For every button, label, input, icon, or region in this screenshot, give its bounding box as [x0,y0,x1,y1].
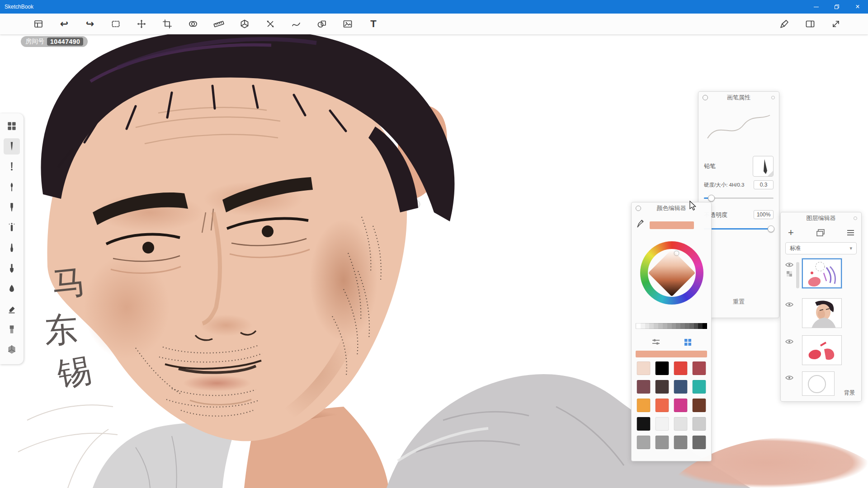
layer-row-sketch[interactable] [783,258,859,296]
tool-copic-library[interactable] [4,321,20,338]
layer-panel-header[interactable]: 图层编辑器 [781,212,861,224]
palette-swatch[interactable] [656,399,669,412]
palette-tab-icon[interactable] [684,338,692,346]
size-slider[interactable] [704,197,774,199]
tool-pencil[interactable] [4,138,20,155]
transform-button[interactable] [134,16,149,32]
opacity-slider-knob[interactable] [768,225,774,232]
visibility-eye-icon[interactable] [785,302,793,307]
perspective-button[interactable] [237,16,252,32]
palette-swatch[interactable] [693,380,706,394]
palette-swatch[interactable] [693,361,706,375]
grayscale-swatch[interactable] [645,323,650,329]
tool-paintbrush[interactable] [4,240,20,256]
visibility-eye-icon[interactable] [785,375,793,380]
reset-button[interactable]: 重置 [726,296,751,308]
add-layer-button[interactable]: + [788,228,794,238]
layer-row-background[interactable]: 背景 [783,371,859,399]
titlebar[interactable]: SketchBook × [0,0,868,14]
palette-swatch[interactable] [656,361,669,375]
grayscale-swatch[interactable] [694,323,698,329]
tool-brush-library[interactable] [4,118,20,134]
size-value-field[interactable]: 0.3 [754,180,774,189]
visibility-eye-icon[interactable] [785,262,793,267]
grayscale-swatch[interactable] [658,323,663,329]
grayscale-swatch[interactable] [636,323,641,329]
panel-handle-icon[interactable] [636,206,641,211]
layer-menu-icon[interactable] [847,230,854,235]
layer-row-marks[interactable] [783,335,859,369]
grayscale-swatch[interactable] [654,323,658,329]
palette-swatch[interactable] [656,417,669,431]
palette-swatch[interactable] [656,380,669,394]
grayscale-swatch[interactable] [698,323,703,329]
size-slider-knob[interactable] [708,195,715,202]
grayscale-swatch[interactable] [667,323,672,329]
palette-swatch[interactable] [637,417,651,431]
layer-thumbnail[interactable] [802,371,835,396]
sliders-tab-icon[interactable] [651,338,660,346]
visibility-eye-icon[interactable] [785,339,793,344]
palette-swatch[interactable] [693,436,706,449]
menu-button[interactable] [31,16,46,32]
palette-swatch[interactable] [674,361,688,375]
blend-mode-select[interactable]: 标准 ▾ [785,242,857,254]
layer-thumbnail[interactable] [802,298,842,328]
tool-eraser[interactable] [4,301,20,317]
palette-swatch[interactable] [637,361,651,375]
distort-button[interactable] [263,16,278,32]
import-image-button[interactable] [340,16,355,32]
grayscale-swatch[interactable] [676,323,680,329]
color-indicator[interactable] [675,251,679,255]
duplicate-layer-icon[interactable] [816,229,825,237]
tool-smudge[interactable] [4,281,20,297]
shapes-button[interactable] [314,16,330,32]
color-panel-header[interactable]: 颜色编辑器 [632,202,711,214]
grayscale-swatch[interactable] [685,323,689,329]
palette-swatch[interactable] [674,417,688,431]
interface-button[interactable] [802,16,818,32]
tool-ballpoint-pen[interactable] [4,159,20,175]
select-button[interactable] [108,16,123,32]
active-color-bar[interactable] [636,351,707,357]
grayscale-swatch[interactable] [680,323,685,329]
palette-swatch[interactable] [637,380,651,394]
symmetry-button[interactable] [185,16,201,32]
tool-marker[interactable] [4,199,20,216]
restore-button[interactable] [826,0,847,14]
grayscale-swatch[interactable] [689,323,694,329]
panel-pin-icon[interactable] [771,96,775,99]
grayscale-swatch[interactable] [703,323,707,329]
palette-swatch[interactable] [693,417,706,431]
undo-button[interactable]: ↩ [57,16,72,32]
brush-settings-button[interactable] [777,16,792,32]
redo-button[interactable]: ↪ [82,16,98,32]
panel-pin-icon[interactable] [854,216,857,220]
close-button[interactable]: × [847,0,868,14]
brush-panel-header[interactable]: 画笔属性 [698,92,779,103]
tool-texture-brush[interactable] [4,342,20,358]
grayscale-swatch[interactable] [672,323,676,329]
fullscreen-button[interactable] [828,16,844,32]
alpha-lock-icon[interactable] [787,271,792,277]
ruler-button[interactable] [211,16,226,32]
layer-thumbnail[interactable] [802,335,842,365]
grayscale-swatch[interactable] [663,323,667,329]
palette-swatch[interactable] [656,436,669,449]
tool-airbrush[interactable] [4,220,20,236]
palette-swatch[interactable] [674,399,688,412]
color-wheel[interactable] [640,241,703,305]
brush-type-thumbnail[interactable] [753,156,774,177]
eyedropper-icon[interactable] [636,219,645,229]
tool-flat-brush[interactable] [4,260,20,277]
palette-swatch[interactable] [693,399,706,412]
panel-handle-icon[interactable] [703,95,708,100]
stroke-button[interactable] [288,16,304,32]
palette-swatch[interactable] [674,436,688,449]
grayscale-swatch[interactable] [641,323,645,329]
text-tool-button[interactable]: T [366,16,381,32]
grayscale-swatch[interactable] [649,323,654,329]
opacity-slider[interactable] [704,228,774,230]
tool-ink-pen[interactable] [4,179,20,195]
palette-swatch[interactable] [637,436,651,449]
